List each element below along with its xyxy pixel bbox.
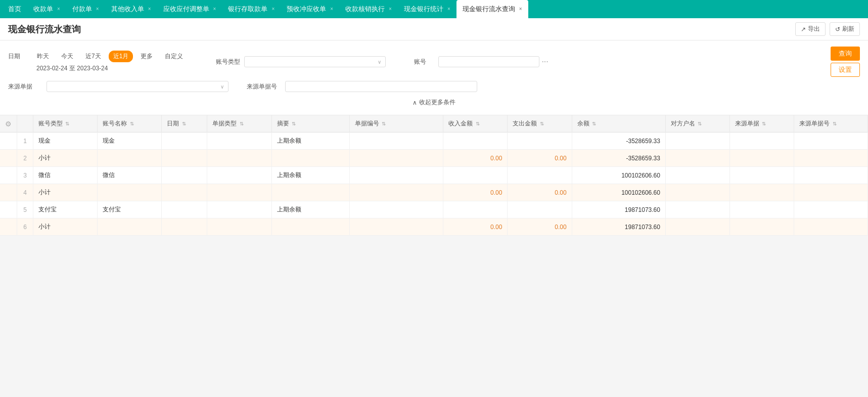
date-yesterday[interactable]: 昨天 [32,51,54,62]
account-input-group: ··· [438,56,548,67]
nav-receipts[interactable]: 收款单 × [27,0,66,18]
table-cell [98,150,162,167]
table-cell: 上期余额 [271,167,349,184]
nav-advance-close[interactable]: × [330,0,333,18]
source-doc-select[interactable]: ∨ [47,81,229,92]
nav-home[interactable]: 首页 [2,0,27,18]
th-source-doc-no[interactable]: 来源单据号 ⇅ [794,115,868,133]
table-cell: 6 [17,218,33,236]
filter-area: 日期 昨天 今天 近7天 近1月 更多 自定义 2023-02-24 至 202… [0,40,868,115]
nav-adjustment[interactable]: 应收应付调整单 × [157,0,222,18]
th-expense[interactable]: 支出金额 ⇅ [508,115,572,133]
table-cell [794,184,868,201]
date-custom[interactable]: 自定义 [160,51,188,62]
table-cell: 现金 [33,133,98,150]
table-cell [443,167,508,184]
th-counterparty[interactable]: 对方户名 ⇅ [665,115,729,133]
table-cell [794,201,868,218]
account-input[interactable] [438,56,539,67]
sort-expense-icon: ⇅ [540,121,544,126]
export-icon: ↗ [801,26,806,33]
th-account-type[interactable]: 账号类型 ⇅ [33,115,98,133]
date-more[interactable]: 更多 [136,51,157,62]
nav-receipts-close[interactable]: × [57,0,60,18]
th-summary[interactable]: 摘要 ⇅ [271,115,349,133]
top-nav: 首页 收款单 × 付款单 × 其他收入单 × 应收应付调整单 × 银行存取款单 … [0,0,868,18]
nav-stats-close[interactable]: × [447,0,450,18]
table-cell: 支付宝 [33,201,98,218]
table-cell [443,133,508,150]
table-cell: 3 [17,167,33,184]
th-doc-type[interactable]: 单据类型 ⇅ [207,115,271,133]
table-cell: 100102606.60 [572,167,665,184]
date-7days[interactable]: 近7天 [81,51,106,62]
date-today[interactable]: 今天 [57,51,78,62]
table-cell [730,150,794,167]
th-account-name[interactable]: 账号名称 ⇅ [98,115,162,133]
table-gear-icon[interactable]: ⚙ [5,120,12,128]
table-cell [665,133,729,150]
sort-summary-icon: ⇅ [292,121,296,126]
export-button[interactable]: ↗ 导出 [795,22,826,36]
nav-payments[interactable]: 付款单 × [66,0,105,18]
th-date[interactable]: 日期 ⇅ [162,115,207,133]
table-cell [665,201,729,218]
table-cell [665,218,729,236]
nav-other-income-close[interactable]: × [148,0,151,18]
account-type-select[interactable]: ∨ [244,56,386,67]
table-cell [730,184,794,201]
nav-cashflow-close[interactable]: × [519,0,522,18]
table-cell [349,184,443,201]
th-source-doc[interactable]: 来源单据 ⇅ [730,115,794,133]
nav-verification[interactable]: 收款核销执行 × [339,0,398,18]
nav-cashflow[interactable]: 现金银行流水查询 × [456,0,528,18]
sort-doc-no-icon: ⇅ [382,121,386,126]
settings-button[interactable]: 设置 [831,63,860,77]
table-row: 3微信微信上期余额100102606.60 [0,167,868,184]
nav-verification-close[interactable]: × [389,0,392,18]
nav-bank-deposit[interactable]: 银行存取款单 × [222,0,281,18]
table-cell [730,133,794,150]
table-cell: 小计 [33,218,98,236]
table-cell [0,184,17,201]
nav-advance[interactable]: 预收冲应收单 × [281,0,339,18]
table-cell [162,201,207,218]
account-filter: 账号 ··· [414,56,548,67]
table-cell: 上期余额 [271,133,349,150]
query-button[interactable]: 查询 [831,47,860,61]
nav-payments-close[interactable]: × [96,0,99,18]
nav-other-income[interactable]: 其他收入单 × [105,0,157,18]
source-doc-chevron: ∨ [220,84,224,90]
table-header-row: ⚙ 账号类型 ⇅ 账号名称 ⇅ 日期 ⇅ 单据类型 ⇅ [0,115,868,133]
table-cell: 支付宝 [98,201,162,218]
table-cell [207,184,271,201]
account-dots-button[interactable]: ··· [541,57,548,66]
nav-advance-label: 预收冲应收单 [287,0,326,18]
table-cell [207,201,271,218]
table-cell [162,184,207,201]
table-cell [349,201,443,218]
th-doc-no[interactable]: 单据编号 ⇅ [349,115,443,133]
sort-source-doc-no-icon: ⇅ [833,121,837,126]
th-balance[interactable]: 余额 ⇅ [572,115,665,133]
table-cell: 1 [17,133,33,150]
table-cell [730,218,794,236]
nav-adjustment-close[interactable]: × [213,0,216,18]
collapse-icon: ∧ [413,99,417,106]
collapse-bar[interactable]: ∧ 收起更多条件 [8,96,860,109]
nav-stats[interactable]: 现金银行统计 × [398,0,456,18]
table-cell: 小计 [33,184,98,201]
source-doc-no-input[interactable] [285,81,477,92]
date-1month[interactable]: 近1月 [109,51,133,62]
table-cell [349,150,443,167]
table-cell [508,201,572,218]
table-cell: 5 [17,201,33,218]
th-income[interactable]: 收入金额 ⇅ [443,115,508,133]
table-cell [730,201,794,218]
nav-bank-deposit-close[interactable]: × [271,0,275,18]
table-cell [730,167,794,184]
page-title: 现金银行流水查询 [8,23,81,35]
refresh-button[interactable]: ↺ 刷新 [830,22,860,36]
nav-other-income-label: 其他收入单 [111,0,144,18]
table-row: 4小计0.000.00100102606.60 [0,184,868,201]
